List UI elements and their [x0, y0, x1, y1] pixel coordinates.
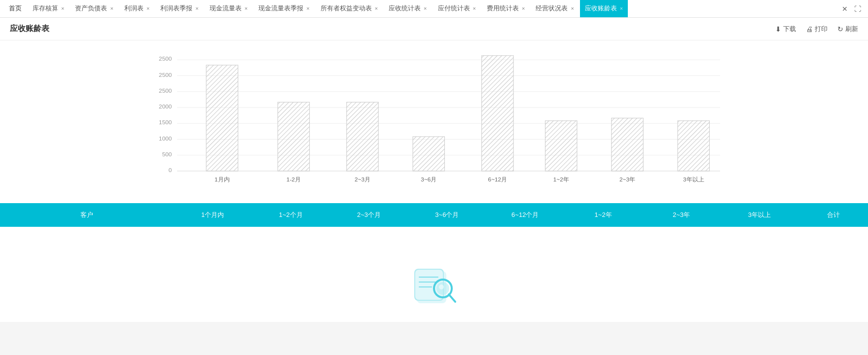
svg-text:1000: 1000: [159, 135, 172, 142]
page-header: 应收账龄表 ⬇ 下载 🖨 打印 ↻ 刷新: [0, 18, 868, 40]
empty-state: [0, 227, 868, 322]
svg-text:1-2月: 1-2月: [287, 176, 301, 183]
svg-text:3~6月: 3~6月: [421, 176, 436, 183]
col-header-1month: 1个月内: [174, 211, 252, 219]
svg-rect-23: [612, 118, 643, 171]
tab-cashflow-close[interactable]: ×: [245, 5, 248, 11]
empty-state-icon: [404, 256, 464, 312]
tab-ar-aging[interactable]: 应收账龄表 ×: [580, 0, 628, 18]
col-header-3-6month: 3~6个月: [408, 211, 486, 219]
svg-text:1500: 1500: [159, 119, 172, 126]
tab-profit-quarterly[interactable]: 利润表季报 ×: [155, 0, 203, 18]
close-window-button[interactable]: ✕: [840, 4, 849, 13]
tab-balance-sheet[interactable]: 资产负债表 ×: [70, 0, 118, 18]
col-header-3plus-year: 3年以上: [721, 211, 798, 219]
svg-text:1月内: 1月内: [215, 176, 230, 183]
download-button[interactable]: ⬇ 下载: [775, 25, 796, 34]
tab-cashflow[interactable]: 现金流量表 ×: [205, 0, 253, 18]
svg-text:3年以上: 3年以上: [683, 176, 704, 183]
tab-profit-quarterly-close[interactable]: ×: [195, 5, 198, 11]
svg-rect-19: [347, 102, 378, 171]
tab-ar-stat-close[interactable]: ×: [424, 5, 427, 11]
col-header-6-12month: 6~12个月: [486, 211, 564, 219]
svg-text:2500: 2500: [159, 87, 172, 94]
svg-rect-21: [482, 56, 513, 171]
page-title: 应收账龄表: [10, 24, 49, 34]
tab-ap-stat-close[interactable]: ×: [473, 5, 476, 11]
tab-operations-close[interactable]: ×: [571, 5, 574, 11]
tab-profit[interactable]: 利润表 ×: [119, 0, 154, 18]
col-header-total: 合计: [798, 211, 868, 219]
tab-cashflow-quarterly-close[interactable]: ×: [306, 5, 309, 11]
tab-operations[interactable]: 经营状况表 ×: [531, 0, 579, 18]
tab-bar: 首页 库存核算 × 资产负债表 × 利润表 × 利润表季报 × 现金流量表 × …: [0, 0, 868, 18]
svg-point-43: [439, 284, 444, 289]
svg-text:2~3年: 2~3年: [619, 176, 635, 183]
tab-profit-close[interactable]: ×: [146, 5, 149, 11]
svg-text:500: 500: [162, 151, 172, 158]
table-header: 客户 1个月内 1~2个月 2~3个月 3~6个月 6~12个月 1~2年 2~…: [0, 203, 868, 227]
svg-text:0: 0: [169, 167, 172, 174]
tab-inventory[interactable]: 库存核算 ×: [28, 0, 69, 18]
refresh-button[interactable]: ↻ 刷新: [837, 25, 858, 34]
tab-expense-stat-close[interactable]: ×: [522, 5, 525, 11]
refresh-icon: ↻: [837, 25, 843, 33]
tab-balance-sheet-close[interactable]: ×: [110, 5, 113, 11]
tab-equity-close[interactable]: ×: [375, 5, 378, 11]
col-header-2-3year: 2~3年: [642, 211, 720, 219]
col-header-customer: 客户: [0, 211, 174, 219]
svg-text:2000: 2000: [159, 103, 172, 110]
main-content: 2500 2500 2500 2000 1500 1000 500 0: [0, 40, 868, 322]
maximize-window-button[interactable]: ⛶: [853, 4, 862, 13]
tab-equity[interactable]: 所有者权益变动表 ×: [316, 0, 383, 18]
col-header-1-2month: 1~2个月: [252, 211, 329, 219]
svg-text:2~3月: 2~3月: [355, 176, 370, 183]
col-header-2-3month: 2~3个月: [330, 211, 408, 219]
window-controls: ✕ ⛶: [840, 4, 864, 13]
svg-line-42: [449, 294, 455, 302]
col-header-1-2year: 1~2年: [564, 211, 642, 219]
svg-rect-22: [545, 121, 577, 171]
chart-container: 2500 2500 2500 2000 1500 1000 500 0: [15, 50, 853, 193]
tab-cashflow-quarterly[interactable]: 现金流量表季报 ×: [253, 0, 314, 18]
download-icon: ⬇: [775, 25, 781, 33]
print-button[interactable]: 🖨 打印: [806, 25, 828, 34]
svg-text:6~12月: 6~12月: [488, 176, 507, 183]
svg-text:1~2年: 1~2年: [553, 176, 569, 183]
header-actions: ⬇ 下载 🖨 打印 ↻ 刷新: [775, 25, 858, 34]
svg-rect-18: [278, 102, 309, 171]
tab-ar-aging-close[interactable]: ×: [620, 5, 623, 11]
tab-home[interactable]: 首页: [4, 0, 27, 18]
print-icon: 🖨: [806, 25, 813, 33]
svg-rect-20: [413, 137, 444, 171]
tab-expense-stat[interactable]: 费用统计表 ×: [482, 0, 530, 18]
chart-svg: 2500 2500 2500 2000 1500 1000 500 0: [15, 50, 853, 193]
svg-text:2500: 2500: [159, 55, 172, 62]
tab-ar-stat[interactable]: 应收统计表 ×: [384, 0, 432, 18]
svg-rect-24: [678, 121, 709, 171]
chart-area: 2500 2500 2500 2000 1500 1000 500 0: [0, 40, 868, 203]
tab-ap-stat[interactable]: 应付统计表 ×: [433, 0, 481, 18]
svg-text:2500: 2500: [159, 71, 172, 78]
svg-rect-17: [206, 65, 238, 171]
tab-inventory-close[interactable]: ×: [61, 5, 64, 11]
